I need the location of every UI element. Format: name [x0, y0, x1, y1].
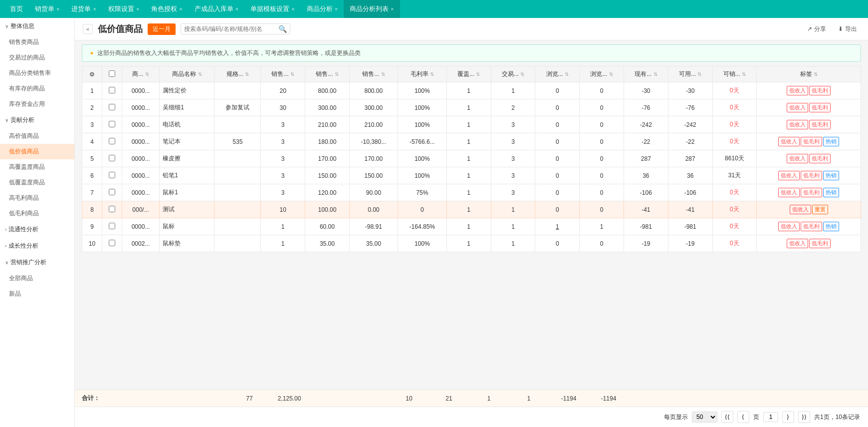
nav-home[interactable]: 首页 [4, 0, 29, 18]
cell-checkbox[interactable] [102, 150, 122, 167]
th-margin[interactable]: 毛利率 ⇅ [398, 66, 446, 82]
close-icon[interactable]: × [93, 6, 96, 12]
nav-purchase-order[interactable]: 进货单 × [65, 0, 102, 18]
nav-role-auth[interactable]: 角色授权 × [145, 0, 188, 18]
sidebar-item-all-goods[interactable]: 全部商品 [0, 271, 74, 286]
cell-spec [215, 167, 261, 184]
footer-cover: 10 [389, 395, 429, 402]
browse-link[interactable]: 1 [556, 223, 559, 230]
row-checkbox[interactable] [109, 87, 115, 93]
collapse-sidebar-button[interactable]: « [83, 24, 93, 34]
cell-checkbox[interactable] [102, 167, 122, 184]
row-checkbox[interactable] [109, 104, 115, 110]
th-tags[interactable]: 标签 ⇅ [757, 66, 861, 82]
cell-trade: 1 [491, 235, 535, 252]
page-size-select[interactable]: 50 100 [692, 412, 717, 423]
sidebar-group-growth[interactable]: › 成长性分析 [0, 238, 74, 254]
cell-browse1: 0 [535, 82, 580, 99]
th-sale-amount1[interactable]: 销售... ⇅ [305, 66, 350, 82]
page-title: 低价值商品 [98, 23, 143, 35]
row-checkbox[interactable] [109, 223, 115, 229]
th-stock2[interactable]: 可用... ⇅ [668, 66, 712, 82]
nav-template-settings[interactable]: 单据模板设置 × [244, 0, 300, 18]
footer-browse1: 1 [469, 395, 509, 402]
page-number-input[interactable] [763, 412, 778, 422]
th-stock3[interactable]: 可销... ⇅ [712, 66, 757, 82]
close-icon[interactable]: × [136, 6, 139, 12]
cell-checkbox[interactable] [102, 82, 122, 99]
sidebar-item-stock-goods[interactable]: 有库存的商品 [0, 81, 74, 96]
sidebar-item-low-coverage[interactable]: 低覆盖度商品 [0, 175, 74, 190]
th-trade[interactable]: 交易... ⇅ [491, 66, 535, 82]
close-icon[interactable]: × [391, 6, 394, 12]
cell-checkbox[interactable] [102, 218, 122, 235]
nav-product-analysis-list[interactable]: 商品分析列表 × [344, 0, 400, 18]
cell-no: 5 [82, 150, 102, 167]
search-input[interactable] [184, 25, 278, 32]
row-checkbox[interactable] [109, 172, 115, 178]
sidebar-item-high-margin[interactable]: 高毛利商品 [0, 190, 74, 206]
sidebar-item-traded-goods[interactable]: 交易过的商品 [0, 50, 74, 65]
th-browse1[interactable]: 浏览... ⇅ [535, 66, 580, 82]
row-checkbox[interactable] [109, 206, 115, 212]
cell-code: 0000... [122, 150, 160, 167]
th-stock1[interactable]: 现有... ⇅ [624, 66, 668, 82]
sidebar-item-low-margin[interactable]: 低毛利商品 [0, 206, 74, 221]
first-page-button[interactable]: ⟨⟨ [721, 411, 733, 423]
nav-permissions[interactable]: 权限设置 × [102, 0, 145, 18]
th-settings[interactable]: ⚙ [82, 66, 102, 82]
cell-margin: 100% [398, 150, 446, 167]
cell-checkbox[interactable] [102, 235, 122, 252]
row-checkbox[interactable] [109, 155, 115, 161]
row-checkbox[interactable] [109, 240, 115, 246]
th-name[interactable]: 商品名称 ⇅ [160, 66, 215, 82]
share-button[interactable]: ↗ 分享 [804, 23, 829, 35]
filter-recent-month-button[interactable]: 近一月 [148, 23, 176, 35]
sidebar-group-circulation[interactable]: › 流通性分析 [0, 221, 74, 238]
nav-product-warehouse[interactable]: 产成品入库单 × [189, 0, 244, 18]
th-spec[interactable]: 规格... ⇅ [215, 66, 261, 82]
th-sale-amount2[interactable]: 销售... ⇅ [349, 66, 398, 82]
select-all-checkbox[interactable] [109, 70, 115, 77]
last-page-button[interactable]: ⟩⟩ [798, 411, 810, 423]
cell-checkbox[interactable] [102, 99, 122, 116]
cell-checkbox[interactable] [102, 116, 122, 133]
close-icon[interactable]: × [335, 6, 338, 12]
cell-no: 3 [82, 116, 102, 133]
th-code[interactable]: 商... ⇅ [122, 66, 160, 82]
sidebar-item-category-sales-rate[interactable]: 商品分类销售率 [0, 65, 74, 81]
cell-checkbox[interactable] [102, 201, 122, 218]
sidebar-item-high-value[interactable]: 高价值商品 [0, 128, 74, 144]
cell-checkbox[interactable] [102, 184, 122, 201]
sidebar-item-new-goods[interactable]: 新品 [0, 286, 74, 302]
close-icon[interactable]: × [291, 6, 294, 12]
row-checkbox[interactable] [109, 138, 115, 144]
next-page-button[interactable]: ⟩ [782, 411, 794, 423]
cell-qty: 10 [261, 201, 305, 218]
export-button[interactable]: ⬇ 导出 [835, 23, 860, 35]
close-icon[interactable]: × [235, 6, 238, 12]
sidebar-item-low-value[interactable]: 低价值商品 [0, 144, 74, 159]
th-browse2[interactable]: 浏览... ⇅ [580, 66, 624, 82]
sidebar-item-sales-goods[interactable]: 销售类商品 [0, 34, 74, 50]
prev-page-button[interactable]: ⟨ [737, 411, 749, 423]
search-icon[interactable]: 🔍 [278, 25, 287, 33]
cell-qty: 20 [261, 82, 305, 99]
sidebar-item-high-coverage[interactable]: 高覆盖度商品 [0, 159, 74, 175]
th-sale-qty[interactable]: 销售... ⇅ [261, 66, 305, 82]
sidebar-item-inventory-fund[interactable]: 库存资金占用 [0, 96, 74, 112]
tag: 低毛利 [809, 86, 831, 95]
th-checkbox[interactable] [102, 66, 122, 82]
cell-checkbox[interactable] [102, 133, 122, 150]
close-icon[interactable]: × [56, 6, 59, 12]
nav-sales-order[interactable]: 销货单 × [29, 0, 65, 18]
sidebar-group-overall[interactable]: ∨ 整体信息 [0, 18, 74, 34]
th-coverage[interactable]: 覆盖... ⇅ [446, 66, 491, 82]
row-checkbox[interactable] [109, 121, 115, 127]
close-icon[interactable]: × [179, 6, 182, 12]
cell-browse1[interactable]: 1 [535, 218, 580, 235]
nav-product-analysis[interactable]: 商品分析 × [301, 0, 344, 18]
sidebar-group-contribution[interactable]: ∨ 贡献分析 [0, 112, 74, 128]
row-checkbox[interactable] [109, 189, 115, 195]
sidebar-group-marketing[interactable]: ∨ 营销推广分析 [0, 254, 74, 271]
